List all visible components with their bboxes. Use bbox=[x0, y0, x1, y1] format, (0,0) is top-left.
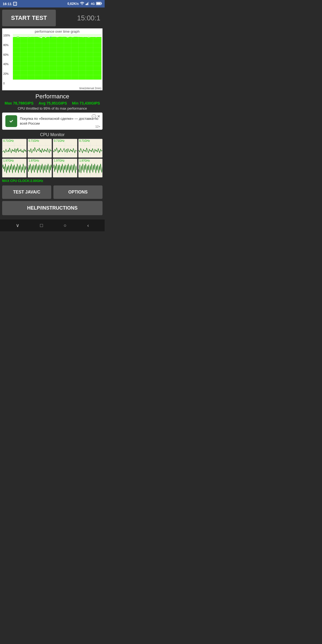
status-bar: 16:11 ! 0,62K/s 4G bbox=[0, 0, 105, 8]
y-label-80: 80% bbox=[3, 44, 10, 47]
start-test-button[interactable]: START TEST bbox=[2, 10, 56, 26]
nav-back-button[interactable]: ‹ bbox=[83, 221, 93, 230]
chart-y-labels: 100% 80% 60% 40% 20% 0 bbox=[3, 34, 10, 85]
cpu-core-6: 1.97GHz bbox=[28, 159, 52, 177]
cpu-core-1-freq: 0.71GHz bbox=[2, 139, 26, 143]
cpu-core-3-graph bbox=[53, 143, 77, 157]
stat-avg: Avg 75,951GIPS bbox=[39, 101, 67, 105]
cpu-core-7-graph bbox=[53, 162, 77, 177]
performance-chart-container: performance over time graph 100% 80% 60%… bbox=[2, 28, 103, 90]
cpu-core-5-graph bbox=[2, 162, 26, 177]
cpu-core-5-freq: 1.97GHz bbox=[2, 159, 26, 162]
wifi-icon bbox=[80, 2, 84, 6]
cpu-core-8-freq: 1.97GHz bbox=[79, 159, 103, 162]
cpu-core-6-freq: 1.97GHz bbox=[28, 159, 52, 162]
status-bar-left: 16:11 ! bbox=[3, 2, 17, 6]
svg-rect-4 bbox=[88, 2, 89, 5]
nav-recent-button[interactable]: □ bbox=[36, 221, 47, 230]
cpu-core-1: 0.71GHz bbox=[2, 139, 27, 158]
nav-down-button[interactable]: ∨ bbox=[12, 220, 24, 230]
cpu-core-4-graph bbox=[79, 143, 103, 157]
cpu-core-7-freq: 1.97GHz bbox=[53, 159, 77, 162]
status-time: 16:11 bbox=[3, 2, 12, 6]
cpu-monitor-section: CPU Monitor 0.71GHz bbox=[2, 132, 103, 183]
cpu-core-4: 0.71GHz bbox=[78, 139, 103, 158]
timer-display: 15:00:1 bbox=[56, 14, 103, 22]
cpu-core-7: 1.97GHz bbox=[53, 159, 77, 177]
cpu-core-8: 1.97GHz bbox=[78, 159, 103, 177]
performance-section: Performance Max 78,788GIPS Avg 75,951GIP… bbox=[2, 93, 103, 110]
network-speed: 0,62K/s bbox=[67, 2, 79, 6]
network-type: 4G bbox=[91, 2, 95, 5]
cpu-core-8-graph bbox=[79, 162, 103, 177]
max-cpu-label: MAX CPU CLOCK:2.00GHz bbox=[2, 178, 103, 183]
cpu-core-4-freq: 0.71GHz bbox=[79, 139, 103, 143]
nav-home-button[interactable]: ○ bbox=[59, 221, 71, 230]
chart-grid-svg bbox=[13, 34, 101, 80]
bottom-buttons: TEST JAVA/C OPTIONS bbox=[2, 185, 103, 199]
stat-max: Max 78,788GIPS bbox=[5, 101, 33, 105]
cpu-core-6-graph bbox=[28, 162, 52, 177]
battery-icon bbox=[96, 2, 102, 6]
chart-area bbox=[13, 34, 101, 80]
test-java-c-button[interactable]: TEST JAVA/C bbox=[2, 185, 51, 199]
svg-rect-7 bbox=[97, 3, 101, 5]
status-bar-right: 0,62K/s 4G bbox=[67, 2, 102, 6]
signal-icon bbox=[86, 2, 89, 6]
cpu-core-3: 0.71GHz bbox=[53, 139, 77, 158]
svg-rect-2 bbox=[86, 3, 87, 5]
ad-text: Покупка по «безопасной сделке» — доставк… bbox=[20, 116, 99, 126]
ad-shield-icon bbox=[5, 115, 17, 127]
cpu-core-5: 1.97GHz bbox=[2, 159, 27, 177]
ad-banner: Покупка по «безопасной сделке» — доставк… bbox=[2, 113, 103, 130]
y-label-20: 20% bbox=[3, 72, 10, 75]
ad-close-row: i ✕ bbox=[92, 114, 100, 118]
navigation-bar: ∨ □ ○ ‹ bbox=[0, 219, 105, 231]
help-instructions-button[interactable]: HELP/INSTRUCTIONS bbox=[2, 201, 103, 215]
cpu-core-grid-row1: 0.71GHz bbox=[2, 139, 103, 158]
cpu-core-3-freq: 0.71GHz bbox=[53, 139, 77, 143]
app-content: START TEST 15:00:1 performance over time… bbox=[0, 8, 105, 219]
ad-info-button[interactable]: i bbox=[92, 114, 96, 118]
cpu-core-1-graph bbox=[2, 143, 26, 157]
cpu-core-2-graph bbox=[28, 143, 52, 157]
y-label-60: 60% bbox=[3, 53, 10, 56]
cpu-core-2: 0.71GHz bbox=[28, 139, 52, 158]
y-label-100: 100% bbox=[3, 34, 10, 37]
ad-close-button[interactable]: ✕ bbox=[97, 114, 100, 118]
cpu-core-grid-row2: 1.97GHz 1.97GHz bbox=[2, 159, 103, 177]
svg-rect-3 bbox=[87, 3, 88, 5]
options-button[interactable]: OPTIONS bbox=[53, 185, 103, 199]
cpu-core-2-freq: 0.71GHz bbox=[28, 139, 52, 143]
chart-title: performance over time graph bbox=[13, 29, 101, 33]
svg-point-0 bbox=[82, 5, 82, 5]
y-label-0: 0 bbox=[3, 82, 10, 85]
notification-icon: ! bbox=[13, 2, 17, 6]
cpu-monitor-title: CPU Monitor bbox=[2, 132, 103, 137]
performance-title: Performance bbox=[2, 93, 103, 100]
throttle-text: CPU throttled to 95% of its max performa… bbox=[2, 106, 103, 110]
performance-stats: Max 78,788GIPS Avg 75,951GIPS Min 73,430… bbox=[2, 101, 103, 105]
ad-age-rating: 12+ bbox=[95, 125, 100, 128]
top-row: START TEST 15:00:1 bbox=[2, 10, 103, 26]
y-label-40: 40% bbox=[3, 63, 10, 66]
svg-rect-6 bbox=[101, 3, 102, 4]
stat-min: Min 73,430GIPS bbox=[72, 101, 100, 105]
svg-rect-1 bbox=[86, 4, 86, 5]
chart-time-label: time(interval 2min) bbox=[79, 87, 101, 90]
